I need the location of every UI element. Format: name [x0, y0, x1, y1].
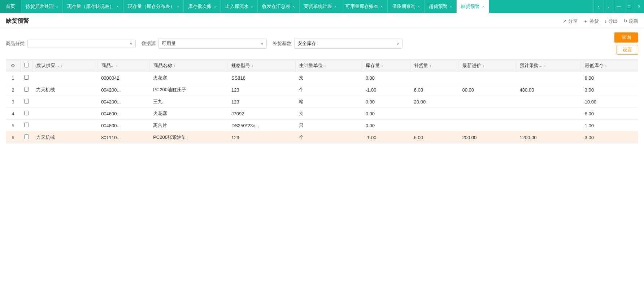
tab-inventory-dist[interactable]: 现存量（库存分布表）×: [123, 0, 184, 13]
tab-scroll-left[interactable]: ‹: [593, 0, 604, 13]
cell-latest_price: [459, 72, 516, 84]
datasource-filter-group: 数据源 可用量 ∨: [142, 39, 267, 49]
th-stock[interactable]: 库存量 ↕: [362, 59, 410, 72]
tab-available-ledger[interactable]: 可用量库存账本×: [341, 0, 387, 13]
cell-stock: -1.00: [362, 84, 410, 96]
datasource-chevron-icon: ∨: [261, 41, 264, 46]
tab-close-demand-stats[interactable]: ×: [334, 4, 336, 9]
cell-supplier: [32, 96, 97, 108]
share-button[interactable]: ↗ 分享: [563, 18, 578, 25]
select-all-checkbox[interactable]: [24, 63, 29, 67]
tab-close-inventory-dist[interactable]: ×: [177, 4, 179, 9]
tab-close-batch-account[interactable]: ×: [214, 4, 216, 9]
row-number: 1: [6, 72, 20, 84]
tab-close-inventory-status[interactable]: ×: [116, 4, 118, 9]
cell-unit: 个: [295, 84, 362, 96]
tab-overstock[interactable]: 超储预警×: [425, 0, 457, 13]
tab-defect-handling[interactable]: 拣货异常处理×: [21, 0, 63, 13]
cell-product_name: 三九: [149, 96, 228, 108]
row-checkbox-cell: [20, 96, 32, 108]
tab-demand-stats[interactable]: 要货单统计表×: [300, 0, 341, 13]
window-close[interactable]: ×: [634, 0, 644, 13]
tab-home[interactable]: 首页: [0, 0, 21, 13]
cell-stock: 0.00: [362, 96, 410, 108]
cell-stock: -1.00: [362, 132, 410, 144]
spec-sort-icon: ↕: [252, 64, 253, 68]
th-supplier[interactable]: 默认供应... ↕: [32, 59, 97, 72]
tab-close-overstock[interactable]: ×: [450, 4, 452, 9]
cell-stock: 0.00: [362, 120, 410, 132]
cell-restock: [410, 120, 459, 132]
refresh-button[interactable]: ↻ 刷新: [623, 18, 638, 25]
product-code-sort-icon: ↕: [116, 64, 118, 68]
window-minimize[interactable]: —: [614, 0, 624, 13]
cell-latest_price: [459, 108, 516, 120]
restock-base-value: 安全库存: [297, 40, 316, 47]
datasource-label: 数据源: [142, 40, 156, 47]
share-icon: ↗: [563, 18, 567, 24]
restock-base-select[interactable]: 安全库存 ∨: [294, 39, 402, 49]
tab-close-receive-summary[interactable]: ×: [292, 4, 295, 9]
tab-bar: 首页拣货异常处理×现存量（库存状况表）×现存量（库存分布表）×库存批次账×出入库…: [0, 0, 644, 13]
cell-product_code: 801110...: [97, 132, 149, 144]
tab-receive-summary[interactable]: 收发存汇总表×: [258, 0, 299, 13]
datasource-select[interactable]: 可用量 ∨: [158, 39, 267, 49]
row-checkbox[interactable]: [24, 111, 29, 115]
cell-spec: SS816: [228, 72, 295, 84]
tab-close-shortage[interactable]: ×: [482, 4, 484, 9]
cell-min_stock: 3.00: [581, 132, 638, 144]
tab-close-expiry-query[interactable]: ×: [418, 4, 420, 9]
row-checkbox[interactable]: [24, 134, 29, 139]
page-title: 缺货预警: [6, 17, 29, 25]
tab-batch-account[interactable]: 库存批次账×: [184, 0, 221, 13]
row-number: 2: [6, 84, 20, 96]
cell-est_purchase: 1200.00: [516, 132, 581, 144]
tab-inventory-status[interactable]: 现存量（库存状况表）×: [63, 0, 123, 13]
cell-spec: DS250*23c...: [228, 120, 295, 132]
th-unit[interactable]: 主计量单位 ↕: [295, 59, 362, 72]
checkbox-column-header[interactable]: [20, 59, 32, 72]
category-select[interactable]: ∨: [27, 40, 136, 48]
row-checkbox[interactable]: [24, 123, 29, 127]
restock-button[interactable]: ＋ 补货: [583, 18, 599, 25]
row-checkbox[interactable]: [24, 87, 29, 92]
table-row: 2力天机械004200...PC200油缸庄子123个-1.006.0080.0…: [6, 84, 638, 96]
tab-shortage[interactable]: 缺货预警×: [457, 0, 489, 13]
th-restock[interactable]: 补货量 ↕: [410, 59, 459, 72]
window-maximize[interactable]: □: [624, 0, 634, 13]
settings-button[interactable]: 设置: [617, 45, 638, 55]
tab-expiry-query[interactable]: 保质期查询×: [388, 0, 425, 13]
filter-row: 商品分类 ∨ 数据源 可用量 ∨ 补货基数 安全库存 ∨ 查询 设置: [0, 28, 644, 59]
row-checkbox[interactable]: [24, 99, 29, 103]
gear-column-header[interactable]: ⚙: [6, 59, 20, 72]
export-button[interactable]: ↓ 导出: [605, 18, 618, 25]
export-icon: ↓: [605, 18, 607, 24]
filter-actions: 查询 设置: [614, 32, 638, 55]
cell-product_name: PC200油缸庄子: [149, 84, 228, 96]
cell-min_stock: 10.00: [581, 96, 638, 108]
tab-inout-flow[interactable]: 出入库流水×: [221, 0, 258, 13]
th-product-name[interactable]: 商品名称 ↕: [149, 59, 228, 72]
cell-spec: J7092: [228, 108, 295, 120]
th-est-purchase[interactable]: 预计采购... ↕: [516, 59, 581, 72]
cell-supplier: [32, 72, 97, 84]
th-latest-price[interactable]: 最新进价 ↕: [459, 59, 516, 72]
cell-product_name: 火花塞: [149, 108, 228, 120]
tab-scroll-right[interactable]: ›: [604, 0, 614, 13]
header-actions: ↗ 分享 ＋ 补货 ↓ 导出 ↻ 刷新: [563, 18, 639, 25]
tab-close-inout-flow[interactable]: ×: [251, 4, 253, 9]
cell-unit: 支: [295, 108, 362, 120]
th-product-code[interactable]: 商品... ↕: [97, 59, 149, 72]
row-checkbox[interactable]: [24, 75, 29, 80]
tab-close-defect-handling[interactable]: ×: [56, 4, 58, 9]
tab-close-available-ledger[interactable]: ×: [380, 4, 383, 9]
cell-supplier: 力天机械: [32, 132, 97, 144]
query-button[interactable]: 查询: [614, 32, 638, 43]
row-number: 3: [6, 96, 20, 108]
th-min-stock[interactable]: 最低库存 ↕: [581, 59, 638, 72]
cell-latest_price: 200.00: [459, 132, 516, 144]
th-spec[interactable]: 规格型号 ↕: [228, 59, 295, 72]
cell-product_name: 离合片: [149, 120, 228, 132]
cell-restock: [410, 108, 459, 120]
cell-est_purchase: [516, 120, 581, 132]
